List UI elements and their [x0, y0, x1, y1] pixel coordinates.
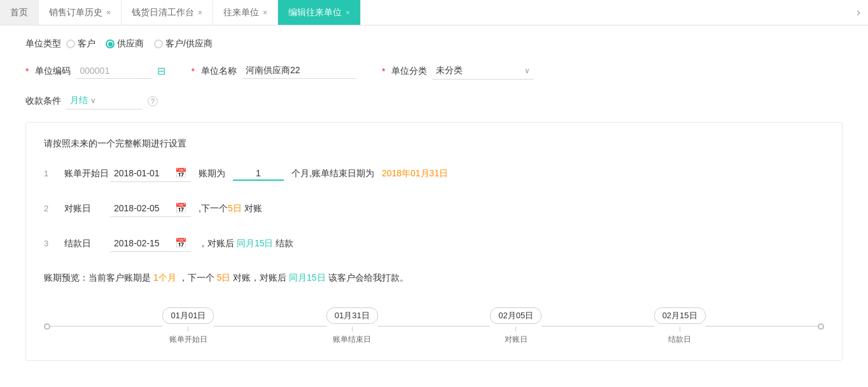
timeline-label-2: 账单结束日 — [333, 334, 371, 345]
radio-customer-label: 客户 — [78, 38, 95, 50]
timeline-connector-1 — [188, 327, 188, 332]
start-date-wrap: 📅 — [110, 165, 191, 182]
radio-both-circle — [154, 39, 163, 48]
unit-code-field: * 单位编码 ⊟ — [25, 63, 165, 79]
timeline-badge-3: 02月05日 — [490, 307, 542, 324]
payment-terms-chevron-down-icon: ∨ — [90, 96, 96, 105]
tab-sales-history-close[interactable]: × — [106, 8, 111, 17]
payment-terms-label: 收款条件 — [25, 95, 61, 107]
period-desc-suffix-1: 个月,账单结束日期为 — [291, 168, 374, 179]
period-num-2: 2 — [44, 204, 57, 213]
radio-customer[interactable]: 客户 — [66, 38, 95, 50]
tab-home-label: 首页 — [10, 7, 28, 18]
preview-prefix: 账期预览：当前客户账期是 — [44, 272, 151, 283]
unit-name-field: * 单位名称 — [191, 63, 356, 79]
unit-code-star: * — [25, 66, 29, 76]
timeline-node-3: 02月05日 对账日 — [490, 307, 542, 345]
reconcile-date-input[interactable] — [114, 203, 171, 213]
unit-type-field: 单位类型 客户 供应商 客户/供应商 — [25, 38, 213, 50]
tab-home[interactable]: 首页 — [0, 0, 39, 25]
reconcile-date-calendar-icon[interactable]: 📅 — [175, 202, 187, 214]
tab-cash-flow-close[interactable]: × — [198, 8, 202, 17]
timeline-badge-1: 01月01日 — [162, 307, 214, 324]
months-input[interactable] — [233, 167, 284, 181]
timeline-line-5 — [706, 326, 818, 327]
timeline-label-3: 对账日 — [505, 334, 528, 345]
radio-supplier-circle — [106, 39, 115, 48]
preview-part1: 1个月 — [153, 272, 176, 283]
unit-name-label: 单位名称 — [201, 66, 237, 77]
timeline-node-2: 01月31日 账单结束日 — [326, 307, 378, 345]
tab-sales-history-label: 销售订单历史 — [49, 7, 102, 18]
period-label-3: 结款日 — [64, 238, 102, 250]
unit-info-row: * 单位编码 ⊟ * 单位名称 * 单位分类 未分类 ∨ — [25, 62, 843, 80]
period-settings-section: 请按照未来的一个完整帐期进行设置 1 账单开始日 📅 账期为 个月,账单结束日期… — [25, 122, 843, 361]
preview-part3: 5日 — [216, 272, 230, 283]
timeline: 01月01日 账单开始日 01月31日 账单结束日 02月05日 对账日 — [44, 301, 824, 345]
start-date-calendar-icon[interactable]: 📅 — [175, 167, 187, 179]
unit-name-input[interactable] — [242, 63, 356, 79]
tab-unit-close[interactable]: × — [263, 8, 267, 17]
period-row-3: 3 结款日 📅 ，对账后 同月15日 结款 — [44, 235, 824, 252]
timeline-node-1: 01月01日 账单开始日 — [162, 307, 214, 345]
reconcile-day-highlight: 5日 — [228, 203, 242, 213]
tab-bar: 首页 销售订单历史 × 钱货日清工作台 × 往来单位 × 编辑往来单位 × › — [0, 0, 868, 25]
radio-customer-circle — [66, 39, 75, 48]
classify-chevron-down-icon: ∨ — [524, 66, 530, 75]
timeline-line-2 — [214, 326, 326, 327]
tab-unit[interactable]: 往来单位 × — [213, 0, 278, 25]
timeline-end-dot — [818, 323, 824, 330]
payment-date-wrap: 📅 — [110, 235, 191, 252]
radio-supplier-label: 供应商 — [117, 38, 144, 50]
period-num-1: 1 — [44, 169, 57, 178]
unit-type-label: 单位类型 — [25, 38, 61, 50]
radio-both[interactable]: 客户/供应商 — [154, 38, 213, 50]
period-num-3: 3 — [44, 239, 57, 248]
timeline-line-1 — [50, 326, 162, 327]
tab-expand-button[interactable]: › — [849, 0, 868, 25]
payment-terms-field: 收款条件 月结 ∨ ? — [25, 92, 158, 109]
tab-sales-history[interactable]: 销售订单历史 × — [39, 0, 122, 25]
radio-supplier[interactable]: 供应商 — [106, 38, 144, 50]
unit-classify-star: * — [382, 66, 385, 76]
preview-part6: 该客户会给我打款。 — [328, 272, 409, 283]
period-desc-3: ，对账后 同月15日 结款 — [199, 238, 293, 250]
reconcile-date-wrap: 📅 — [110, 200, 191, 217]
tab-edit-unit[interactable]: 编辑往来单位 × — [278, 0, 361, 25]
period-label-2: 对账日 — [64, 203, 102, 215]
unit-classify-select[interactable]: 未分类 ∨ — [432, 62, 534, 80]
unit-classify-field: * 单位分类 未分类 ∨ — [382, 62, 534, 80]
timeline-badge-4: 02月15日 — [654, 307, 706, 324]
copy-icon[interactable]: ⊟ — [157, 65, 165, 77]
timeline-connector-2 — [352, 327, 353, 332]
timeline-connector-3 — [515, 327, 516, 332]
period-row-2: 2 对账日 📅 ,下一个5日 对账 — [44, 200, 824, 217]
end-date-highlight: 2018年01月31日 — [382, 168, 448, 179]
timeline-line-4 — [542, 326, 654, 327]
timeline-label-4: 结款日 — [668, 334, 691, 345]
unit-classify-label: 单位分类 — [391, 66, 427, 77]
unit-name-star: * — [191, 66, 194, 76]
tab-edit-unit-label: 编辑往来单位 — [288, 7, 342, 18]
payment-terms-select[interactable]: 月结 ∨ — [66, 92, 143, 109]
payment-date-calendar-icon[interactable]: 📅 — [175, 237, 187, 249]
timeline-line-3 — [378, 326, 490, 327]
timeline-start-dot — [44, 323, 50, 330]
payment-day-highlight: 同月15日 — [237, 238, 274, 248]
unit-code-input[interactable] — [76, 63, 152, 79]
tab-cash-flow[interactable]: 钱货日清工作台 × — [122, 0, 213, 25]
unit-type-row: 单位类型 客户 供应商 客户/供应商 — [25, 38, 843, 50]
unit-classify-value: 未分类 — [436, 65, 463, 76]
payment-date-input[interactable] — [114, 238, 171, 248]
period-row-1: 1 账单开始日 📅 账期为 个月,账单结束日期为 2018年01月31日 — [44, 165, 824, 182]
unit-code-label: 单位编码 — [35, 66, 71, 77]
period-desc-2: ,下一个5日 对账 — [199, 203, 262, 215]
tab-edit-unit-close[interactable]: × — [346, 8, 350, 17]
timeline-connector-4 — [680, 327, 680, 332]
timeline-label-1: 账单开始日 — [169, 334, 207, 345]
preview-part4: 对账，对账后 — [233, 272, 286, 283]
start-date-input[interactable] — [114, 168, 171, 178]
period-desc-prefix-1: 账期为 — [199, 168, 225, 179]
timeline-node-4: 02月15日 结款日 — [654, 307, 706, 345]
help-icon[interactable]: ? — [148, 96, 158, 106]
